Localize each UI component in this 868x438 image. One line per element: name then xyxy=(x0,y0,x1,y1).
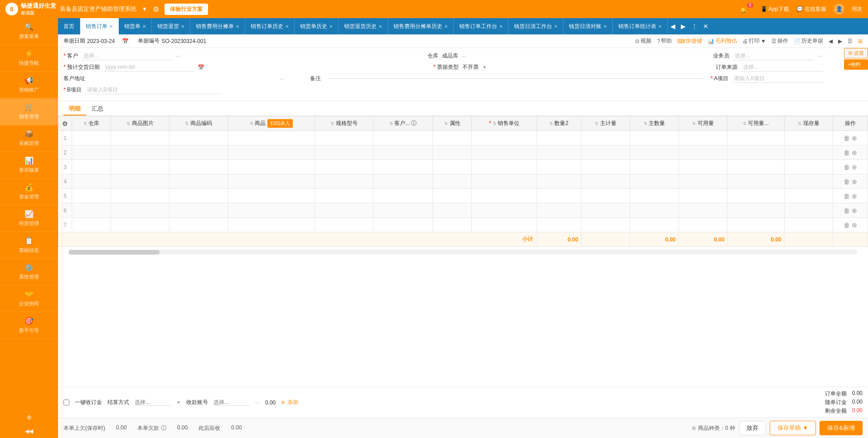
tab-close-icon[interactable]: ✕ xyxy=(378,24,382,29)
tab-close-icon[interactable]: ✕ xyxy=(658,24,662,29)
sidebar-item-sales[interactable]: 🛒 销售管理 xyxy=(0,98,58,125)
th-warehouse[interactable]: ⇅ 仓库 xyxy=(72,116,111,131)
th-product[interactable]: ⇅ 商品 扫码录入 xyxy=(228,116,315,131)
cell-product[interactable] xyxy=(228,131,315,145)
copy-row-icon[interactable]: ⊕ xyxy=(852,149,857,156)
prev-record-icon[interactable]: ◀ xyxy=(829,38,833,44)
gear-icon[interactable]: ⚙ xyxy=(62,120,68,127)
shortcut-btn[interactable]: ⌨ 快捷键 xyxy=(677,37,702,45)
tab-daily-workbench[interactable]: 钱货日清工作台 ✕ xyxy=(509,18,563,34)
tab-more-icon[interactable]: ⋮ xyxy=(689,23,700,30)
salesperson-dots[interactable]: ··· xyxy=(818,53,823,59)
tab-daily-reconcile[interactable]: 钱货日清对账 ✕ xyxy=(563,18,613,34)
customer-dots[interactable]: ··· xyxy=(176,53,180,59)
th-available2[interactable]: ⇅ 可用量... xyxy=(727,116,784,131)
sidebar-item-inventory[interactable]: 📊 库存核算 xyxy=(0,152,58,178)
sidebar-settings-icon[interactable]: ⚙ xyxy=(0,411,58,424)
copy-row-icon[interactable]: ⊕ xyxy=(852,178,857,185)
operate-btn[interactable]: ☰ 操作 xyxy=(771,37,788,45)
th-qty2[interactable]: ⇅ 数量2 xyxy=(537,116,581,131)
a-project-input[interactable] xyxy=(732,74,823,83)
tab-close-icon[interactable]: ✕ xyxy=(554,24,558,29)
sidebar-item-finance[interactable]: 💰 资金管理 xyxy=(0,178,58,205)
tab-next-icon[interactable]: ▶ xyxy=(678,23,689,30)
delete-row-icon[interactable]: 🗑 xyxy=(844,178,850,185)
delivery-input[interactable] xyxy=(103,63,194,72)
tab-close-icon[interactable]: ✕ xyxy=(444,24,448,29)
cell-sales-unit[interactable] xyxy=(472,131,537,145)
tab-close-icon[interactable]: ✕ xyxy=(109,24,113,29)
cell-spec[interactable] xyxy=(315,131,373,145)
cell-available2[interactable] xyxy=(727,131,784,145)
sidebar-item-basic[interactable]: 📋 基础信息 xyxy=(0,232,58,259)
tab-close-icon[interactable]: ✕ xyxy=(603,24,607,29)
b-project-input[interactable] xyxy=(85,86,221,94)
settlement-dropdown-icon[interactable]: ▼ xyxy=(176,400,181,405)
sidebar-item-marketing[interactable]: 📢 营销推广 xyxy=(0,72,58,98)
salesperson-input[interactable] xyxy=(733,52,815,60)
customer-input[interactable] xyxy=(82,52,172,60)
cell-attribute[interactable] xyxy=(433,131,472,145)
sidebar-item-enterprise[interactable]: 🤝 企业协同 xyxy=(0,285,58,312)
profit-btn[interactable]: 📊 毛利预估 xyxy=(708,37,737,45)
tab-expense-history[interactable]: 销售费用分摊单历史 ✕ xyxy=(388,18,454,34)
th-sales-unit[interactable]: ⇅ 销售单位 xyxy=(472,116,537,131)
sidebar-item-search[interactable]: 🔍 搜索菜单 xyxy=(0,18,58,45)
sidebar-item-quicknav[interactable]: ⚡ 快捷导航 xyxy=(0,45,58,72)
account-input[interactable] xyxy=(213,399,250,406)
sidebar-item-guide[interactable]: 🎯 新手引导 xyxy=(0,312,58,339)
cell-current-stock[interactable] xyxy=(784,131,833,145)
copy-row-icon[interactable]: ⊕ xyxy=(852,135,857,142)
one-click-checkbox[interactable] xyxy=(63,399,69,405)
th-spec[interactable]: ⇅ 规格型号 xyxy=(315,116,373,131)
add-btn[interactable]: ⊕ 添加 xyxy=(281,399,298,406)
dropdown-arrow-icon[interactable]: ▼ xyxy=(142,6,147,12)
sidebar-item-purchase[interactable]: 📦 采购管理 xyxy=(0,125,58,152)
th-image[interactable]: ⇅ 商品图片 xyxy=(111,116,170,131)
cell-code[interactable] xyxy=(170,131,228,145)
tab-order-workbench[interactable]: 销售订单工作台 ✕ xyxy=(454,18,509,34)
sidebar-item-operations[interactable]: 📈 经营管理 xyxy=(0,205,58,232)
th-attribute[interactable]: ⇅ 属性 xyxy=(433,116,472,131)
tab-detail[interactable]: 明细 xyxy=(63,103,86,116)
cell-image[interactable] xyxy=(111,131,170,145)
online-service-btn[interactable]: 💬 在线客服 xyxy=(796,5,826,13)
tab-invoice-history[interactable]: 销货单历史 ✕ xyxy=(295,18,339,34)
copy-row-icon[interactable]: ⊕ xyxy=(852,193,857,200)
list-view-icon[interactable]: ☰ xyxy=(848,38,853,44)
tab-return-history[interactable]: 销货退货历史 ✕ xyxy=(339,18,388,34)
account-dots[interactable]: ··· xyxy=(255,399,260,406)
grid-view-icon[interactable]: ⊞ xyxy=(858,38,863,44)
tab-summary[interactable]: 汇总 xyxy=(86,103,109,116)
save-draft-button[interactable]: 保存草稿 ▼ xyxy=(770,421,816,435)
tab-close-icon[interactable]: ✕ xyxy=(236,24,239,29)
help-btn[interactable]: ? 帮助 xyxy=(657,37,672,45)
copy-row-icon[interactable]: ⊕ xyxy=(852,164,857,171)
tab-sales-order[interactable]: 销售订单 ✕ xyxy=(80,18,119,34)
tab-close-icon[interactable]: ✕ xyxy=(142,24,146,29)
cell-qty2[interactable] xyxy=(537,131,581,145)
copy-row-icon[interactable]: ⊕ xyxy=(852,207,857,214)
copy-row-icon[interactable]: ⊕ xyxy=(852,221,857,229)
delete-row-icon[interactable]: 🗑 xyxy=(844,135,850,142)
tab-order-history[interactable]: 销售订单历史 ✕ xyxy=(245,18,295,34)
warehouse-dots[interactable]: ··· xyxy=(462,53,466,59)
tab-close-icon[interactable]: ✕ xyxy=(499,24,503,29)
delete-row-icon[interactable]: 🗑 xyxy=(844,221,850,229)
add-material-btn[interactable]: +物料 xyxy=(844,59,868,70)
cell-customer-code[interactable] xyxy=(373,131,432,145)
history-btn[interactable]: 📄 历史单据 xyxy=(794,37,823,45)
th-main-unit[interactable]: ⇅ 主计量 xyxy=(581,116,630,131)
notification-btn[interactable]: 🔔9 xyxy=(740,5,753,13)
save-new-button[interactable]: 保存&新增 xyxy=(820,421,863,435)
industry-solution-button[interactable]: 体验行业方案 xyxy=(165,4,208,15)
tab-prev-icon[interactable]: ◀ xyxy=(668,23,678,30)
cell-warehouse[interactable] xyxy=(72,131,111,145)
tab-sales-invoice[interactable]: 销货单 ✕ xyxy=(119,18,152,34)
th-customer-code[interactable]: ⇅ 客户... ⓘ xyxy=(373,116,432,131)
tab-home[interactable]: 首页 xyxy=(58,18,80,34)
tab-close-all-icon[interactable]: ✕ xyxy=(700,23,711,30)
delete-row-icon[interactable]: 🗑 xyxy=(844,149,850,156)
th-code[interactable]: ⇅ 商品编码 xyxy=(170,116,228,131)
sidebar-collapse-icon[interactable]: ◀◀ xyxy=(0,424,58,438)
